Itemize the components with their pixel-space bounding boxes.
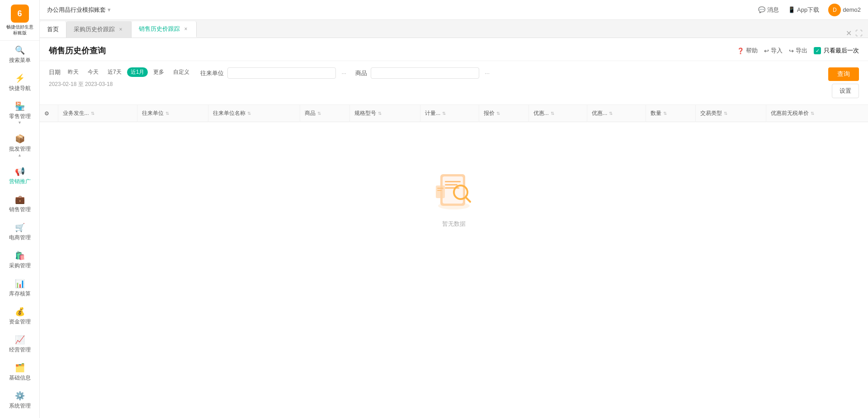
sort-icon-spec: ⇅ xyxy=(378,111,382,116)
th-tax-price[interactable]: 优惠前无税单价 ⇅ xyxy=(766,105,868,122)
topbar-right: 💬 消息 📱 App下载 D demo2 xyxy=(758,4,861,16)
export-button[interactable]: ↪ 导出 xyxy=(789,47,807,55)
message-label: 消息 xyxy=(767,6,779,14)
partner-ellipsis-button[interactable]: ··· xyxy=(340,70,348,76)
th-unit[interactable]: 计量... ⇅ xyxy=(420,105,479,122)
settings-button[interactable]: 设置 xyxy=(832,84,859,98)
th-price[interactable]: 报价 ⇅ xyxy=(479,105,528,122)
sidebar-label-ecommerce: 电商管理 xyxy=(9,234,31,242)
sort-icon-biz-date: ⇅ xyxy=(91,111,94,116)
sidebar-item-quicknav[interactable]: ⚡ 快捷导航 xyxy=(0,69,39,97)
chip-more[interactable]: 更多 xyxy=(150,67,168,77)
th-spec-label: 规格型号 xyxy=(354,109,376,117)
download-icon: 📱 xyxy=(788,6,795,13)
account-name: 办公用品行业模拟账套 xyxy=(47,6,106,14)
svg-rect-9 xyxy=(437,188,443,189)
maximize-icon[interactable]: ⛶ xyxy=(855,29,863,38)
date-range-display: 2023-02-18 至 2023-03-18 xyxy=(49,81,193,88)
sidebar-label-marketing: 营销推广 xyxy=(9,178,31,185)
sidebar-label-wholesale: 批发管理 xyxy=(9,145,31,153)
empty-illustration xyxy=(431,167,476,213)
goods-ellipsis-button[interactable]: ··· xyxy=(483,70,491,76)
help-button[interactable]: ❓ 帮助 xyxy=(737,47,758,55)
page-header: 销售历史价查询 ❓ 帮助 ↩ 导入 ↪ 导出 只看最后一次 xyxy=(40,38,868,61)
partner-input[interactable] xyxy=(227,67,336,79)
operation-icon: 📈 xyxy=(15,335,25,345)
sidebar-item-system[interactable]: ⚙️ 系统管理 xyxy=(0,386,39,414)
message-button[interactable]: 💬 消息 xyxy=(758,6,779,14)
page-actions: ❓ 帮助 ↩ 导入 ↪ 导出 只看最后一次 xyxy=(737,47,859,55)
sidebar-item-marketing[interactable]: 📢 营销推广 xyxy=(0,162,39,190)
close-purchase-tab-button[interactable]: × xyxy=(118,26,124,33)
sort-icon-goods: ⇅ xyxy=(317,111,321,116)
th-goods[interactable]: 商品 ⇅ xyxy=(300,105,349,122)
close-window-icon[interactable]: ✕ xyxy=(846,29,852,38)
account-selector[interactable]: 办公用品行业模拟账套 ▾ xyxy=(47,6,111,14)
th-trade-type[interactable]: 交易类型 ⇅ xyxy=(695,105,766,122)
th-biz-date[interactable]: 业务发生... ⇅ xyxy=(58,105,137,122)
sidebar-item-purchase[interactable]: 🛍️ 采购管理 xyxy=(0,246,39,274)
sidebar-label-retail: 零售管理 xyxy=(9,113,31,120)
sort-icon-tax-price: ⇅ xyxy=(811,111,814,116)
th-discount2[interactable]: 优惠... ⇅ xyxy=(587,105,646,122)
logo-text: 畅捷信好生意标账版 xyxy=(6,24,33,36)
user-profile[interactable]: D demo2 xyxy=(828,4,861,16)
svg-rect-4 xyxy=(445,184,458,185)
sort-icon-discount1: ⇅ xyxy=(551,111,554,116)
svg-line-7 xyxy=(466,197,470,202)
main-area: 办公用品行业模拟账套 ▾ 💬 消息 📱 App下载 D demo2 首页 采购历… xyxy=(40,0,868,418)
tab-purchase-history[interactable]: 采购历史价跟踪 × xyxy=(66,21,132,38)
chip-1month[interactable]: 近1月 xyxy=(127,67,148,77)
th-quantity-label: 数量 xyxy=(651,109,661,117)
goods-filter-group: 商品 ··· xyxy=(355,67,491,79)
sidebar-item-finance[interactable]: 💰 资金管理 xyxy=(0,302,39,330)
app-download-button[interactable]: 📱 App下载 xyxy=(788,6,819,14)
dropdown-icon: ▾ xyxy=(108,6,111,13)
th-spec[interactable]: 规格型号 ⇅ xyxy=(349,105,420,122)
chip-today[interactable]: 今天 xyxy=(84,67,102,77)
tab-home[interactable]: 首页 xyxy=(40,21,66,38)
marketing-icon: 📢 xyxy=(15,166,25,176)
message-icon: 💬 xyxy=(758,6,765,13)
sidebar-item-search[interactable]: 🔍 搜索菜单 xyxy=(0,41,39,69)
sidebar-item-basic[interactable]: 🗂️ 基础信息 xyxy=(0,358,39,386)
tab-sales-history[interactable]: 销售历史价跟踪 × xyxy=(132,21,197,38)
sidebar-item-wholesale[interactable]: 📦 批发管理 ▲ xyxy=(0,129,39,162)
chip-yesterday[interactable]: 昨天 xyxy=(64,67,82,77)
query-button[interactable]: 查询 xyxy=(828,67,859,81)
import-button[interactable]: ↩ 导入 xyxy=(764,47,783,55)
retail-arrow-icon: ▼ xyxy=(18,120,22,125)
goods-input[interactable] xyxy=(371,67,479,79)
help-icon: ❓ xyxy=(737,48,744,54)
sidebar-item-operation[interactable]: 📈 经营管理 xyxy=(0,330,39,358)
sidebar-item-enterprise[interactable]: 🤝 企业协同 xyxy=(0,414,39,418)
chip-custom[interactable]: 自定义 xyxy=(170,67,193,77)
sidebar-item-retail[interactable]: 🏪 零售管理 ▼ xyxy=(0,97,39,129)
sort-icon-discount2: ⇅ xyxy=(609,111,613,116)
th-trade-type-label: 交易类型 xyxy=(700,109,722,117)
th-partner-code[interactable]: 往来单位 ⇅ xyxy=(137,105,208,122)
tab-home-label: 首页 xyxy=(47,25,59,33)
th-gear[interactable]: ⚙ xyxy=(40,105,58,122)
sidebar-item-inventory[interactable]: 📊 库存核算 xyxy=(0,274,39,302)
only-last-checkbox[interactable] xyxy=(814,47,821,54)
tab-purchase-label: 采购历史价跟踪 xyxy=(74,25,115,33)
date-filter-group: 日期 昨天 今天 近7天 近1月 更多 自定义 xyxy=(49,67,193,77)
th-tax-price-label: 优惠前无税单价 xyxy=(771,109,809,117)
search-icon: 🔍 xyxy=(15,45,25,55)
th-quantity[interactable]: 数量 ⇅ xyxy=(646,105,695,122)
app-download-label: App下载 xyxy=(797,6,819,14)
th-partner-name[interactable]: 往来单位名称 ⇅ xyxy=(208,105,300,122)
sidebar-item-sales[interactable]: 💼 销售管理 xyxy=(0,190,39,218)
sidebar-label-inventory: 库存核算 xyxy=(9,290,31,298)
th-discount1[interactable]: 优惠... ⇅ xyxy=(528,105,587,122)
svg-rect-3 xyxy=(445,181,461,182)
svg-rect-8 xyxy=(436,185,445,198)
svg-rect-10 xyxy=(437,190,442,191)
ecommerce-icon: 🛒 xyxy=(15,223,25,233)
chip-7days[interactable]: 近7天 xyxy=(104,67,125,77)
export-icon: ↪ xyxy=(789,48,794,54)
sidebar-item-ecommerce[interactable]: 🛒 电商管理 xyxy=(0,218,39,246)
th-unit-label: 计量... xyxy=(425,109,440,117)
close-sales-tab-button[interactable]: × xyxy=(183,26,189,32)
